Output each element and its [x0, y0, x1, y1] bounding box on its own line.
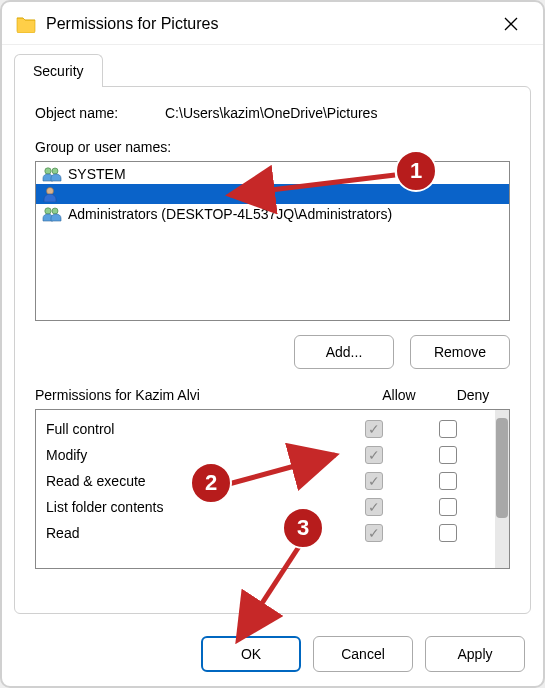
permission-allow-cell: ✓ [337, 498, 411, 516]
object-name-label: Object name: [35, 105, 165, 121]
permission-allow-checkbox: ✓ [365, 472, 383, 490]
user-icon [42, 186, 62, 202]
list-item[interactable] [36, 184, 509, 204]
close-icon [504, 17, 518, 31]
svg-point-0 [45, 168, 51, 174]
object-name-row: Object name: C:\Users\kazim\OneDrive\Pic… [35, 105, 510, 121]
groups-button-row: Add... Remove [35, 335, 510, 369]
permissions-header-row: Permissions for Kazim Alvi Allow Deny [35, 387, 510, 409]
groups-listbox[interactable]: SYSTEMAdministrators (DESKTOP-4L537JQ\Ad… [35, 161, 510, 321]
permissions-for-label: Permissions for Kazim Alvi [35, 387, 362, 403]
list-item[interactable]: Administrators (DESKTOP-4L537JQ\Administ… [36, 204, 509, 224]
permission-deny-cell [411, 446, 485, 464]
permission-row: Modify✓ [36, 442, 495, 468]
permission-name: Read & execute [46, 473, 337, 489]
permission-row: List folder contents✓ [36, 494, 495, 520]
window-title: Permissions for Pictures [46, 15, 483, 33]
titlebar: Permissions for Pictures [2, 2, 543, 45]
permission-allow-checkbox: ✓ [365, 524, 383, 542]
scrollbar-thumb[interactable] [496, 418, 508, 518]
svg-point-3 [45, 208, 51, 214]
permission-deny-checkbox [439, 498, 457, 516]
permission-row: Full control✓ [36, 416, 495, 442]
add-button[interactable]: Add... [294, 335, 394, 369]
groups-label: Group or user names: [35, 139, 510, 155]
svg-point-1 [52, 168, 58, 174]
permission-allow-cell: ✓ [337, 420, 411, 438]
permissions-scrollbar[interactable] [495, 410, 509, 568]
cancel-button[interactable]: Cancel [313, 636, 413, 672]
permission-deny-cell [411, 524, 485, 542]
permission-deny-checkbox [439, 446, 457, 464]
permission-allow-checkbox: ✓ [365, 446, 383, 464]
permission-deny-checkbox [439, 524, 457, 542]
close-button[interactable] [493, 10, 529, 38]
dialog-button-row: OK Cancel Apply [2, 626, 543, 686]
list-item-label: SYSTEM [68, 166, 126, 182]
folder-icon [16, 15, 36, 33]
permissions-col-allow: Allow [362, 387, 436, 403]
svg-point-4 [52, 208, 58, 214]
list-item[interactable]: SYSTEM [36, 164, 509, 184]
permission-name: Modify [46, 447, 337, 463]
permission-allow-checkbox: ✓ [365, 498, 383, 516]
permissions-table: Full control✓Modify✓Read & execute✓List … [35, 409, 510, 569]
permissions-col-deny: Deny [436, 387, 510, 403]
apply-button[interactable]: Apply [425, 636, 525, 672]
permissions-rows: Full control✓Modify✓Read & execute✓List … [36, 410, 495, 568]
permission-allow-cell: ✓ [337, 446, 411, 464]
ok-button[interactable]: OK [201, 636, 301, 672]
permission-name: List folder contents [46, 499, 337, 515]
permission-name: Read [46, 525, 337, 541]
permission-row: Read✓ [36, 520, 495, 546]
permission-allow-cell: ✓ [337, 524, 411, 542]
permission-deny-checkbox [439, 472, 457, 490]
users-icon [42, 206, 62, 222]
users-icon [42, 166, 62, 182]
permission-deny-checkbox [439, 420, 457, 438]
permission-deny-cell [411, 472, 485, 490]
list-item-label: Administrators (DESKTOP-4L537JQ\Administ… [68, 206, 392, 222]
tab-security[interactable]: Security [14, 54, 103, 87]
permission-allow-checkbox: ✓ [365, 420, 383, 438]
svg-point-2 [47, 188, 54, 195]
tab-bar: Security [2, 45, 543, 86]
permissions-dialog: Permissions for Pictures Security Object… [0, 0, 545, 688]
permission-deny-cell [411, 420, 485, 438]
permission-deny-cell [411, 498, 485, 516]
permission-allow-cell: ✓ [337, 472, 411, 490]
permission-name: Full control [46, 421, 337, 437]
object-name-value: C:\Users\kazim\OneDrive\Pictures [165, 105, 377, 121]
permission-row: Read & execute✓ [36, 468, 495, 494]
tab-panel-security: Object name: C:\Users\kazim\OneDrive\Pic… [14, 86, 531, 614]
remove-button[interactable]: Remove [410, 335, 510, 369]
